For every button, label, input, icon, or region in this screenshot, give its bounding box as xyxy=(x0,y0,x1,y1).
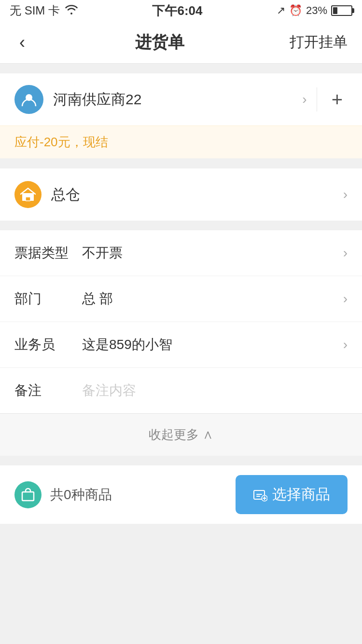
cart-bag-icon xyxy=(14,481,42,508)
department-value: 总 部 xyxy=(82,290,343,308)
carrier-text: 无 SIM 卡 xyxy=(10,3,60,18)
section-divider-1 xyxy=(0,158,362,168)
open-pending-button[interactable]: 打开挂单 xyxy=(290,32,348,52)
bottom-bar: 共0种商品 选择商品 xyxy=(0,465,362,524)
product-count-area: 共0种商品 xyxy=(14,481,112,508)
alarm-icon: ⏰ xyxy=(289,4,302,17)
salesperson-value: 这是859的小智 xyxy=(82,336,343,354)
wifi-icon xyxy=(65,4,78,17)
nav-bar: ‹ 进货单 打开挂单 xyxy=(0,21,362,64)
top-divider xyxy=(0,64,362,73)
department-chevron-icon: › xyxy=(343,291,348,307)
remark-input[interactable]: 备注内容 xyxy=(82,381,348,400)
invoice-type-row[interactable]: 票据类型 不开票 › xyxy=(0,230,362,276)
warehouse-icon xyxy=(14,181,42,208)
form-section: 票据类型 不开票 › 部门 总 部 › 业务员 这是859的小智 › 备注 备注… xyxy=(0,230,362,413)
department-row[interactable]: 部门 总 部 › xyxy=(0,276,362,322)
battery-icon xyxy=(331,5,352,16)
warehouse-section: 总仓 › xyxy=(0,168,362,221)
remark-row[interactable]: 备注 备注内容 xyxy=(0,368,362,413)
time-display: 下午6:04 xyxy=(152,2,202,19)
salesperson-row[interactable]: 业务员 这是859的小智 › xyxy=(0,322,362,368)
supplier-name-text: 河南供应商22 xyxy=(53,90,302,110)
supplier-chevron-icon: › xyxy=(302,92,306,107)
select-product-icon xyxy=(253,488,267,502)
warehouse-name-text: 总仓 xyxy=(51,185,343,205)
department-label: 部门 xyxy=(14,290,72,308)
remark-label: 备注 xyxy=(14,381,72,400)
collapse-button[interactable]: 收起更多 ∧ xyxy=(0,413,362,456)
invoice-type-label: 票据类型 xyxy=(14,244,72,262)
page-title: 进货单 xyxy=(135,31,184,54)
invoice-type-value: 不开票 xyxy=(82,244,343,262)
add-button[interactable]: + xyxy=(327,89,348,111)
svg-rect-3 xyxy=(22,492,34,501)
location-icon: ↗ xyxy=(277,4,285,17)
select-product-button[interactable]: 选择商品 xyxy=(236,475,348,514)
battery-percentage: 23% xyxy=(306,4,327,17)
svg-rect-2 xyxy=(26,197,30,201)
salesperson-chevron-icon: › xyxy=(343,337,348,352)
product-count-text: 共0种商品 xyxy=(50,486,112,504)
back-button[interactable]: ‹ xyxy=(14,28,30,57)
select-product-label: 选择商品 xyxy=(272,485,330,504)
warehouse-row[interactable]: 总仓 › xyxy=(0,168,362,221)
supplier-divider xyxy=(317,87,317,112)
status-bar: 无 SIM 卡 下午6:04 ↗ ⏰ 23% xyxy=(0,0,362,21)
warehouse-chevron-icon: › xyxy=(343,187,348,202)
supplier-avatar xyxy=(14,85,43,114)
notice-banner: 应付-20元，现结 xyxy=(0,126,362,158)
invoice-type-chevron-icon: › xyxy=(343,245,348,261)
supplier-row[interactable]: 河南供应商22 › + xyxy=(0,73,362,126)
salesperson-label: 业务员 xyxy=(14,336,72,354)
supplier-section: 河南供应商22 › + 应付-20元，现结 xyxy=(0,73,362,158)
